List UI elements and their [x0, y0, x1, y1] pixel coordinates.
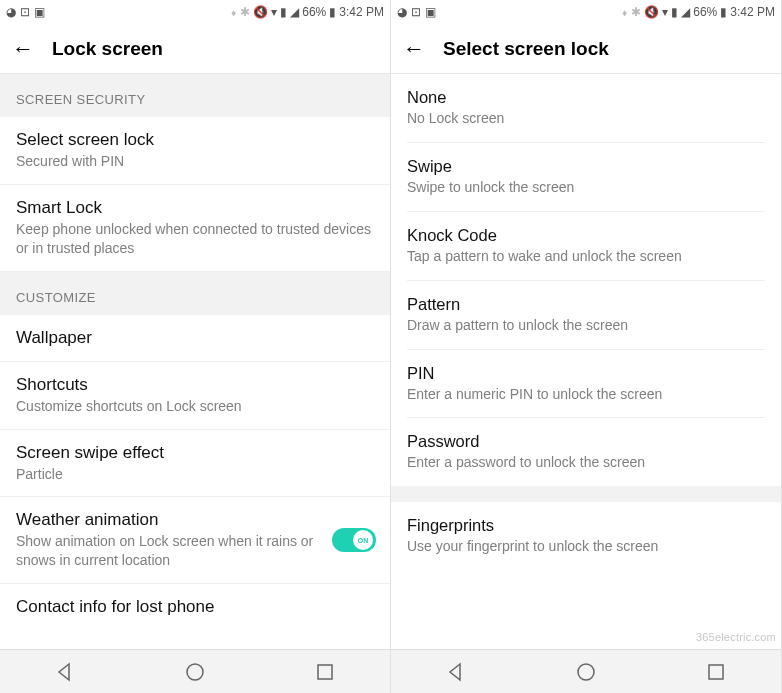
item-subtitle: Enter a numeric PIN to unlock the screen [407, 385, 765, 404]
item-contact-info[interactable]: Contact info for lost phone [0, 584, 390, 630]
nav-home-icon[interactable] [184, 661, 206, 683]
image-icon: ▣ [425, 5, 436, 19]
item-title: None [407, 88, 765, 107]
item-wallpaper[interactable]: Wallpaper [0, 315, 390, 362]
item-shortcuts[interactable]: Shortcuts Customize shortcuts on Lock sc… [0, 362, 390, 430]
wifi-icon: ▾ [271, 5, 277, 19]
toggle-knob: ON [353, 530, 373, 550]
nav-bar [0, 649, 390, 693]
item-title: Wallpaper [16, 328, 374, 348]
signal-icon: ◢ [681, 5, 690, 19]
phone-left: ◕ ⊡ ▣ ⬧ ✱ 🔇 ▾ ▮ ◢ 66% ▮ 3:42 PM ← Lock s… [0, 0, 391, 693]
item-subtitle: Use your fingerprint to unlock the scree… [407, 537, 765, 556]
battery-text: 66% [302, 5, 326, 19]
nav-back-icon[interactable] [54, 661, 76, 683]
signal-icon: ◢ [290, 5, 299, 19]
item-screen-swipe-effect[interactable]: Screen swipe effect Particle [0, 430, 390, 498]
item-subtitle: Particle [16, 465, 374, 484]
mute-icon: 🔇 [253, 5, 268, 19]
item-title: Select screen lock [16, 130, 374, 150]
page-title: Select screen lock [443, 38, 609, 60]
item-title: Knock Code [407, 226, 765, 245]
app-bar: ← Lock screen [0, 24, 390, 74]
nav-bar [391, 649, 781, 693]
watermark: 365electric.com [696, 631, 776, 643]
item-title: Pattern [407, 295, 765, 314]
svg-point-0 [187, 664, 203, 680]
item-pin[interactable]: PIN Enter a numeric PIN to unlock the sc… [407, 350, 765, 418]
item-title: Fingerprints [407, 516, 765, 535]
data-icon: ▮ [280, 5, 287, 19]
status-right-icons: ⬧ ✱ 🔇 ▾ ▮ ◢ 66% ▮ 3:42 PM [621, 5, 775, 19]
section-header-customize: CUSTOMIZE [0, 272, 390, 315]
item-subtitle: Customize shortcuts on Lock screen [16, 397, 374, 416]
section-header-security: SCREEN SECURITY [0, 74, 390, 117]
item-title: Screen swipe effect [16, 443, 374, 463]
battery-icon: ▮ [329, 5, 336, 19]
battery-text: 66% [693, 5, 717, 19]
clock-app-icon: ◕ [6, 5, 16, 19]
item-password[interactable]: Password Enter a password to unlock the … [407, 418, 765, 486]
item-fingerprints[interactable]: Fingerprints Use your fingerprint to unl… [391, 502, 781, 570]
status-left-icons: ◕ ⊡ ▣ [397, 5, 436, 19]
back-icon[interactable]: ← [12, 36, 34, 62]
item-subtitle: Secured with PIN [16, 152, 374, 171]
page-title: Lock screen [52, 38, 163, 60]
mute-icon: 🔇 [644, 5, 659, 19]
item-pattern[interactable]: Pattern Draw a pattern to unlock the scr… [407, 281, 765, 349]
data-icon: ▮ [671, 5, 678, 19]
item-weather-animation[interactable]: Weather animation Show animation on Lock… [0, 497, 390, 584]
message-icon: ⊡ [20, 5, 30, 19]
item-none[interactable]: None No Lock screen [407, 74, 765, 142]
clock-text: 3:42 PM [730, 5, 775, 19]
svg-rect-3 [709, 665, 723, 679]
item-title: Contact info for lost phone [16, 597, 374, 617]
clock-text: 3:42 PM [339, 5, 384, 19]
item-subtitle: Tap a pattern to wake and unlock the scr… [407, 247, 765, 266]
toggle-switch[interactable]: ON [332, 528, 376, 552]
nav-recent-icon[interactable] [314, 661, 336, 683]
item-subtitle: Draw a pattern to unlock the screen [407, 316, 765, 335]
message-icon: ⊡ [411, 5, 421, 19]
item-title: Shortcuts [16, 375, 374, 395]
item-subtitle: Keep phone unlocked when connected to tr… [16, 220, 374, 258]
nav-back-icon[interactable] [445, 661, 467, 683]
item-subtitle: No Lock screen [407, 109, 765, 128]
item-subtitle: Show animation on Lock screen when it ra… [16, 532, 320, 570]
phone-right: ◕ ⊡ ▣ ⬧ ✱ 🔇 ▾ ▮ ◢ 66% ▮ 3:42 PM ← Select… [391, 0, 782, 693]
status-bar: ◕ ⊡ ▣ ⬧ ✱ 🔇 ▾ ▮ ◢ 66% ▮ 3:42 PM [391, 0, 781, 24]
image-icon: ▣ [34, 5, 45, 19]
item-swipe[interactable]: Swipe Swipe to unlock the screen [407, 143, 765, 211]
item-subtitle: Swipe to unlock the screen [407, 178, 765, 197]
battery-icon: ▮ [720, 5, 727, 19]
svg-rect-1 [318, 665, 332, 679]
wifi-icon: ▾ [662, 5, 668, 19]
location-icon: ⬧ [621, 5, 628, 19]
item-select-screen-lock[interactable]: Select screen lock Secured with PIN [0, 117, 390, 185]
status-left-icons: ◕ ⊡ ▣ [6, 5, 45, 19]
app-bar: ← Select screen lock [391, 24, 781, 74]
item-knock-code[interactable]: Knock Code Tap a pattern to wake and unl… [407, 212, 765, 280]
item-title: Password [407, 432, 765, 451]
item-title: Swipe [407, 157, 765, 176]
bluetooth-icon: ✱ [240, 5, 250, 19]
nav-home-icon[interactable] [575, 661, 597, 683]
status-bar: ◕ ⊡ ▣ ⬧ ✱ 🔇 ▾ ▮ ◢ 66% ▮ 3:42 PM [0, 0, 390, 24]
clock-app-icon: ◕ [397, 5, 407, 19]
item-subtitle: Enter a password to unlock the screen [407, 453, 765, 472]
nav-recent-icon[interactable] [705, 661, 727, 683]
svg-point-2 [578, 664, 594, 680]
item-title: Smart Lock [16, 198, 374, 218]
bluetooth-icon: ✱ [631, 5, 641, 19]
lock-options-list: None No Lock screen Swipe Swipe to unloc… [391, 74, 781, 649]
settings-list: SCREEN SECURITY Select screen lock Secur… [0, 74, 390, 649]
item-title: PIN [407, 364, 765, 383]
item-smart-lock[interactable]: Smart Lock Keep phone unlocked when conn… [0, 185, 390, 272]
section-gap [391, 486, 781, 502]
back-icon[interactable]: ← [403, 36, 425, 62]
location-icon: ⬧ [230, 5, 237, 19]
status-right-icons: ⬧ ✱ 🔇 ▾ ▮ ◢ 66% ▮ 3:42 PM [230, 5, 384, 19]
item-title: Weather animation [16, 510, 320, 530]
